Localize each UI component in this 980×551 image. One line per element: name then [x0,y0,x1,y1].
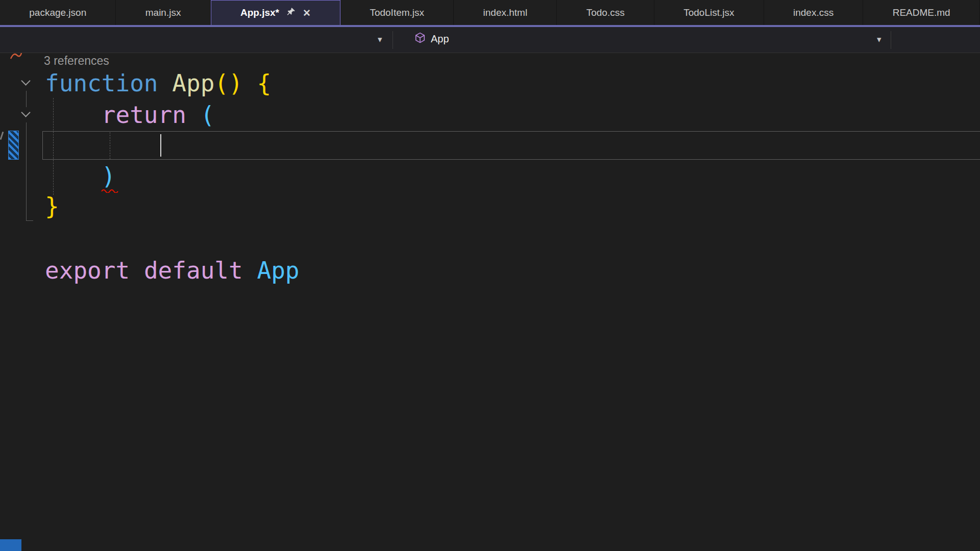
chevron-down-icon: ▾ [378,35,382,44]
code-token: default [144,257,257,284]
tab-todo-css[interactable]: Todo.css [557,0,654,25]
tab-label: README.md [893,7,950,18]
tab-label: App.jsx* [240,7,279,18]
navigation-bar: ▾ App ▾ [0,27,980,53]
outline-guide [26,91,27,107]
margin-warning-mark [9,50,22,63]
code-token: () [214,69,242,97]
tab-app-jsx[interactable]: App.jsx* ✕ [211,0,340,25]
current-line-highlight [42,131,980,160]
tab-package-json[interactable]: package.json [0,0,116,25]
codelens-references[interactable]: 3 references [44,54,109,68]
close-icon[interactable]: ✕ [303,8,311,18]
text-cursor [160,134,161,157]
tab-index-css[interactable]: index.css [764,0,864,25]
tab-label: index.html [483,7,528,18]
fold-chevron-icon[interactable] [21,108,30,117]
outline-guide [26,122,27,220]
chevron-down-icon: ▾ [877,35,881,44]
tab-label: package.json [29,7,86,18]
code-token: App [257,257,299,284]
code-token [45,101,102,129]
code-line: export default App [45,255,300,286]
member-dropdown-arrow[interactable]: ▾ [877,34,881,45]
code-line: return ( [45,99,214,131]
code-token: export [45,257,144,284]
tab-label: index.css [793,7,834,18]
code-token [45,162,102,190]
indent-guide [110,132,110,159]
tab-todoitem-jsx[interactable]: TodoItem.jsx [340,0,454,25]
tab-index-html[interactable]: index.html [454,0,557,25]
member-label: App [431,33,449,45]
navbar-separator [891,31,891,49]
tab-label: TodoItem.jsx [370,7,424,18]
status-bar-corner [0,539,21,551]
module-cube-icon [414,32,426,46]
tab-bar: package.json main.jsx App.jsx* ✕ TodoIte… [0,0,980,25]
error-squiggle-icon [101,186,119,195]
code-line: } [45,191,59,222]
code-token: } [45,192,59,220]
navbar-separator [393,31,393,49]
member-dropdown[interactable]: App [414,32,449,46]
tab-readme-md[interactable]: README.md [863,0,979,25]
code-token: return [102,101,201,129]
code-token: ( [201,101,215,129]
code-token: { [243,69,271,97]
pin-icon[interactable] [286,7,296,19]
code-token: function [45,69,172,97]
margin-change-marker [8,131,19,160]
fold-chevron-icon[interactable] [21,76,30,85]
tab-label: main.jsx [145,7,181,18]
tab-todolist-jsx[interactable]: TodoList.jsx [654,0,764,25]
code-line: function App() { [45,68,271,99]
tab-main-jsx[interactable]: main.jsx [116,0,210,25]
outline-guide-end [26,220,33,221]
margin-glyph [0,132,4,140]
project-dropdown[interactable]: ▾ [378,34,382,45]
tab-label: TodoList.jsx [683,7,734,18]
code-token: App [172,69,214,97]
tab-label: Todo.css [586,7,625,18]
